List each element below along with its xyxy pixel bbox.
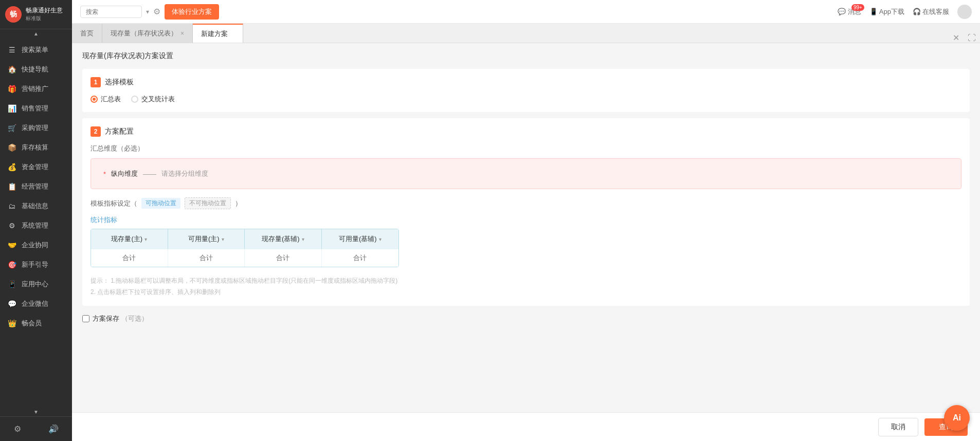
sidebar-scroll-down[interactable]: ▼	[0, 408, 72, 416]
sales-icon: 📊	[7, 104, 16, 113]
sidebar-item-quick-nav[interactable]: 🏠 快捷导航	[0, 60, 72, 79]
stats-table: 现存量(主) ▾ 可用量(主) ▾ 现存量(基辅) ▾	[90, 229, 399, 267]
tip-1-text: 提示： 1.拖动标题栏可以调整布局，不可跨维度或指标区域拖动栏目字段(只能在同一…	[90, 275, 397, 287]
sidebar-item-label: 企业微信	[22, 299, 48, 308]
save-checkbox[interactable]	[82, 315, 89, 322]
sidebar-item-enterprise[interactable]: 🤝 企业协同	[0, 235, 72, 255]
speaker-button[interactable]: 🔊	[45, 421, 62, 437]
dimension-placeholder[interactable]: 请选择分组维度	[161, 169, 208, 178]
col4-chevron-icon: ▾	[379, 236, 382, 242]
logo-icon: 畅	[5, 6, 22, 23]
sidebar-item-label: 经营管理	[22, 182, 48, 191]
col-header-3[interactable]: 现存量(基辅) ▾	[245, 229, 322, 249]
gear-icon[interactable]: ⚙	[153, 7, 160, 16]
search-input[interactable]	[80, 6, 142, 18]
col2-label: 可用量(主)	[188, 234, 220, 244]
app-logo: 畅 畅康通好生意 标准版	[0, 0, 72, 29]
col-header-1[interactable]: 现存量(主) ▾	[91, 229, 168, 249]
sidebar-item-basic[interactable]: 🗂 基础信息	[0, 196, 72, 216]
stats-table-row: 合计 合计 合计 合计	[91, 249, 398, 267]
sidebar-item-label: 资金管理	[22, 162, 48, 172]
sidebar-item-operation[interactable]: 📋 经营管理	[0, 177, 72, 196]
quick-nav-icon: 🏠	[7, 65, 16, 74]
tips: 提示： 1.拖动标题栏可以调整布局，不可跨维度或指标区域拖动栏目字段(只能在同一…	[90, 275, 961, 298]
app-badge: 标准版	[26, 15, 63, 22]
sidebar-item-search-menu[interactable]: ☰ 搜索菜单	[0, 40, 72, 60]
sidebar-item-purchase[interactable]: 🛒 采购管理	[0, 118, 72, 138]
tab-new-plan[interactable]: 新建方案 ×	[193, 24, 243, 43]
summary-radio[interactable]	[90, 96, 98, 103]
enterprise-icon: 🤝	[7, 241, 16, 250]
indicator-settings-label: 模板指标设定（ 可拖动位置 不可拖动位置 ）	[90, 197, 961, 209]
messages-button[interactable]: 💬 消息 99+	[838, 7, 861, 16]
search-chevron-icon[interactable]: ▾	[146, 8, 149, 15]
field-label: 纵向维度	[111, 169, 138, 178]
config-section: 2 方案配置 汇总维度（必选） * 纵向维度 —— 请选择分组维度	[82, 118, 970, 306]
stats-label: 统计指标	[90, 215, 961, 225]
sidebar-item-label: 库存核算	[22, 143, 48, 152]
online-service-button[interactable]: 🎧 在线客服	[913, 7, 949, 16]
tab-inventory-status[interactable]: 现存量（库存状况表） ×	[102, 24, 193, 43]
sidebar-item-member[interactable]: 👑 畅会员	[0, 314, 72, 333]
sidebar-item-sales[interactable]: 📊 销售管理	[0, 99, 72, 118]
col4-label: 可用量(基辅)	[339, 234, 377, 244]
indicator-prefix: 模板指标设定（	[90, 199, 137, 208]
tab-new-plan-label: 新建方案	[201, 29, 228, 39]
settings-button[interactable]: ⚙	[11, 421, 24, 437]
messages-badge: 99+	[851, 4, 864, 11]
purchase-icon: 🛒	[7, 123, 16, 133]
sidebar-item-wechat[interactable]: 💬 企业微信	[0, 294, 72, 314]
app-download-button[interactable]: 📱 App下载	[869, 7, 904, 16]
trial-button[interactable]: 体验行业方案	[165, 4, 219, 20]
col-header-2[interactable]: 可用量(主) ▾	[168, 229, 245, 249]
marketing-icon: 🎁	[7, 84, 16, 94]
indicator-suffix: ）	[235, 199, 242, 208]
tab-home[interactable]: 首页	[72, 24, 102, 43]
tab-new-plan-close-icon[interactable]: ×	[231, 30, 234, 38]
cancel-button[interactable]: 取消	[878, 418, 918, 436]
footer: 取消 查询	[72, 412, 980, 441]
sidebar-bottom: ⚙ 🔊	[0, 416, 72, 441]
cross-table-option[interactable]: 交叉统计表	[131, 95, 175, 104]
user-avatar[interactable]	[957, 5, 972, 19]
stats-table-header: 现存量(主) ▾ 可用量(主) ▾ 现存量(基辅) ▾	[91, 229, 398, 249]
no-drag-tag: 不可拖动位置	[185, 197, 231, 209]
close-panel-button[interactable]: ✕	[949, 33, 964, 43]
step1-num: 1	[90, 77, 101, 87]
sidebar-item-system[interactable]: ⚙ 系统管理	[0, 216, 72, 235]
col-header-4[interactable]: 可用量(基辅) ▾	[322, 229, 399, 249]
sidebar: 畅 畅康通好生意 标准版 ▲ ☰ 搜索菜单 🏠 快捷导航 🎁 营销推广 📊 销售…	[0, 0, 72, 441]
sidebar-item-label: 畅会员	[22, 319, 42, 328]
cross-radio[interactable]	[131, 96, 138, 103]
save-option: 方案保存 （可选）	[82, 314, 970, 323]
sidebar-item-inventory[interactable]: 📦 库存核算	[0, 138, 72, 157]
basic-icon: 🗂	[7, 201, 16, 211]
dimension-box: * 纵向维度 —— 请选择分组维度	[90, 158, 961, 189]
search-menu-icon: ☰	[7, 45, 16, 54]
sidebar-scroll-up[interactable]: ▲	[0, 29, 72, 38]
col1-label: 现存量(主)	[111, 234, 142, 244]
inventory-icon: 📦	[7, 143, 16, 152]
sidebar-item-marketing[interactable]: 🎁 营销推广	[0, 79, 72, 99]
tip-2-text: 2. 点击标题栏下拉可设置排序、插入列和删除列	[90, 287, 221, 298]
col3-label: 现存量(基辅)	[262, 234, 300, 244]
sidebar-item-newuser[interactable]: 🎯 新手引导	[0, 255, 72, 274]
sidebar-nav: ☰ 搜索菜单 🏠 快捷导航 🎁 营销推广 📊 销售管理 🛒 采购管理 📦 库存核…	[0, 38, 72, 408]
tab-inventory-close-icon[interactable]: ×	[180, 30, 184, 37]
sidebar-item-finance[interactable]: 💰 资金管理	[0, 157, 72, 177]
wechat-icon: 💬	[7, 299, 16, 308]
main-area: ▾ ⚙ 体验行业方案 💬 消息 99+ 📱 App下载 🎧 在线客服 首页	[72, 0, 980, 441]
col1-chevron-icon: ▾	[144, 236, 147, 242]
tab-home-label: 首页	[80, 29, 94, 38]
sidebar-item-label: 新手引导	[22, 260, 48, 269]
tip-1: 提示： 1.拖动标题栏可以调整布局，不可跨维度或指标区域拖动栏目字段(只能在同一…	[90, 275, 961, 287]
summary-table-option[interactable]: 汇总表	[90, 95, 121, 104]
ai-button[interactable]: Ai	[944, 405, 970, 431]
step1-label: 选择模板	[105, 78, 134, 87]
template-section: 1 选择模板 汇总表 交叉统计表	[82, 69, 970, 112]
sidebar-item-label: 快捷导航	[22, 65, 48, 74]
save-optional: （可选）	[121, 315, 148, 322]
sidebar-item-appstore[interactable]: 📱 应用中心	[0, 274, 72, 294]
sidebar-item-label: 营销推广	[22, 84, 48, 94]
expand-button[interactable]: ⛶	[964, 33, 980, 43]
